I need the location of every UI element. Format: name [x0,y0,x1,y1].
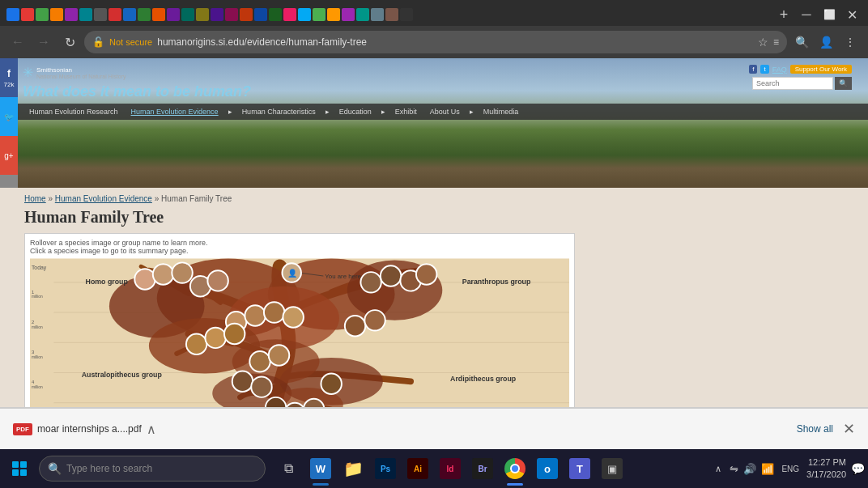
bookmark-favicon-20[interactable] [283,8,296,21]
bookmark-favicon-3[interactable] [36,8,49,21]
bookmark-favicon-15[interactable] [211,8,223,21]
extensions-button[interactable]: 🔍 [790,31,813,53]
taskbar-indesign[interactable]: Id [434,449,466,488]
browser-chrome: + ─ ⬜ ✕ ← → ↻ 🔓 Not secure humanorigins.… [0,0,868,58]
tray-icon-2[interactable]: 🔊 [743,463,756,475]
bookmark-favicon-19[interactable] [269,8,282,21]
bookmark-favicon-5[interactable] [65,8,78,21]
show-hidden-tray-btn[interactable]: ∧ [712,462,725,476]
svg-text:million: million [32,355,43,359]
start-button[interactable] [0,449,39,488]
show-all-link[interactable]: Show all [797,423,833,435]
smithsonian-logo-area: ✳ Smithsonian National Museum of Natural… [23,65,251,80]
bookmark-favicon-1[interactable] [6,8,19,21]
bookmark-favicon-24[interactable] [342,8,355,21]
svg-text:million: million [32,295,43,299]
bookmark-favicon-9[interactable] [123,8,136,21]
taskbar-teams[interactable]: T [564,449,596,488]
nav-item-research[interactable]: Human Evolution Research [23,104,125,120]
taskbar-task-view[interactable]: ⧉ [272,449,304,488]
bookmark-favicon-13[interactable] [181,8,194,21]
close-button[interactable]: ✕ [842,5,862,24]
nav-item-evidence[interactable]: Human Evolution Evidence [125,104,225,120]
nav-item-characteristics[interactable]: Human Characteristics [236,104,322,120]
forward-button[interactable]: → [32,31,55,53]
download-chevron-icon[interactable]: ∧ [147,422,156,437]
taskbar-illustrator[interactable]: Ai [402,449,434,488]
smithsonian-snowflake-icon: ✳ [23,65,33,80]
taskbar-outlook[interactable]: o [531,449,564,488]
nav-right-icons: 🔍 👤 ⋮ [790,31,862,53]
taskbar-search-placeholder: Type here to search [66,463,152,474]
bookmark-favicon-28[interactable] [400,8,413,21]
breadcrumb-section[interactable]: Human Evolution Evidence [55,194,152,203]
taskbar-explorer[interactable]: 📁 [337,449,369,488]
bookmark-favicon-4[interactable] [50,8,63,21]
header-facebook-btn[interactable]: f [749,65,757,74]
word-icon: W [310,458,331,479]
new-tab-button[interactable]: + [774,5,794,24]
search-input[interactable] [752,77,833,90]
address-text: humanorigins.si.edu/evidence/human-famil… [157,36,753,48]
taskbar-photoshop[interactable]: Ps [369,449,402,488]
address-bar[interactable]: 🔓 Not secure humanorigins.si.edu/evidenc… [84,31,787,53]
clock[interactable]: 12:27 PM 3/17/2020 [806,456,846,482]
svg-text:You are here.: You are here. [325,273,363,280]
family-tree-visual[interactable]: Today 1 million 2 million 3 million 4 mi… [30,257,569,407]
bookmark-favicon-27[interactable] [385,8,398,21]
bookmark-favicon-10[interactable] [138,8,151,21]
download-bar-close-icon[interactable]: ✕ [843,420,855,438]
notification-icon[interactable]: 💬 [851,462,865,475]
nav-item-about[interactable]: About Us [423,104,466,120]
taskbar-extra-app[interactable]: ▣ [596,449,628,488]
taskbar-search-icon: 🔍 [48,462,62,475]
nav-item-education[interactable]: Education [333,104,378,120]
bookmark-favicon-26[interactable] [371,8,384,21]
smithsonian-name: Smithsonian [36,66,126,74]
nav-item-exhibit[interactable]: Exhibit [389,104,423,120]
faq-link[interactable]: FAQ [772,66,787,74]
googleplus-social-btn[interactable]: g+ [0,136,18,175]
bookmark-favicon-23[interactable] [327,8,340,21]
support-btn[interactable]: Support Our Work [790,65,852,74]
back-button[interactable]: ← [6,31,29,53]
bookmark-favicon-2[interactable] [21,8,34,21]
taskbar-search-bar[interactable]: 🔍 Type here to search [39,456,266,482]
breadcrumb-home[interactable]: Home [24,194,46,203]
bookmark-favicon-25[interactable] [356,8,369,21]
bookmark-favicon-16[interactable] [225,8,238,21]
language-indicator[interactable]: ENG [779,465,802,473]
page-scroll-area[interactable]: f 72k 🐦 g+ ✉ ☆ [0,58,868,407]
bookmark-favicon-6[interactable] [79,8,92,21]
star-icon[interactable]: ☆ [758,36,768,49]
nav-item-multimedia[interactable]: Multimedia [477,104,525,120]
email-social-btn[interactable]: ✉ [0,175,18,188]
twitter-social-btn[interactable]: 🐦 [0,97,18,136]
svg-text:Homo group: Homo group [86,278,129,286]
reader-icon[interactable]: ≡ [773,36,779,48]
bookmark-favicon-21[interactable] [298,8,311,21]
search-go-button[interactable]: 🔍 [835,77,852,90]
bookmark-favicon-12[interactable] [167,8,180,21]
bookmark-favicon-7[interactable] [94,8,107,21]
bookmark-favicon-17[interactable] [240,8,253,21]
menu-button[interactable]: ⋮ [839,31,862,53]
tray-icon-3[interactable]: 📶 [761,463,774,475]
download-filename: moar internships a....pdf [37,423,142,435]
bookmark-favicon-22[interactable] [313,8,326,21]
taskbar-bridge[interactable]: Br [466,449,499,488]
header-twitter-btn[interactable]: t [760,65,768,74]
bookmark-favicon-18[interactable] [254,8,267,21]
bookmark-favicon-11[interactable] [152,8,165,21]
reload-button[interactable]: ↻ [58,31,81,53]
facebook-social-btn[interactable]: f 72k [0,58,18,97]
bookmark-favicon-8[interactable] [108,8,121,21]
maximize-button[interactable]: ⬜ [819,5,839,24]
site-tagline: What does it mean to be human? [23,83,251,100]
tray-icon-1[interactable]: ⇋ [730,463,738,475]
minimize-button[interactable]: ─ [797,5,816,24]
taskbar-chrome[interactable] [499,449,531,488]
taskbar-word[interactable]: W [304,449,337,488]
profile-button[interactable]: 👤 [815,31,837,53]
bookmark-favicon-14[interactable] [196,8,209,21]
